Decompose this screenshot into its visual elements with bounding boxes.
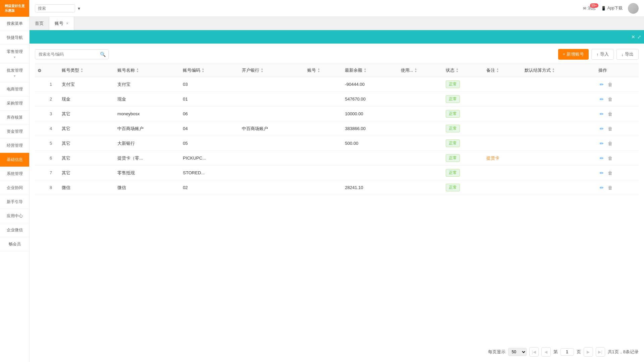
row-account-code: 05 xyxy=(180,136,239,151)
sidebar-item-ops[interactable]: 经营管理 xyxy=(0,139,29,153)
export-icon: ↓ xyxy=(622,52,624,57)
per-page-label: 每页显示 xyxy=(488,349,505,355)
col-account-code[interactable]: 账号编码 ▲▼ xyxy=(180,64,239,77)
sidebar-item-wholesale[interactable]: 批发管理 ▾ xyxy=(0,64,29,82)
col-status[interactable]: 状态 ▲▼ xyxy=(443,64,484,77)
sidebar-item-basic-info[interactable]: 基础信息 xyxy=(0,153,29,167)
sidebar-item-finance[interactable]: 资金管理 xyxy=(0,125,29,139)
edit-button[interactable]: ✏ xyxy=(598,125,605,132)
next-page-button[interactable]: ▶ xyxy=(584,347,593,357)
export-button[interactable]: ↓ 导出 xyxy=(616,49,639,60)
sidebar-item-search-menu[interactable]: 搜索菜单 xyxy=(0,17,29,31)
search-button[interactable]: 🔍 xyxy=(97,50,108,59)
col-account-type[interactable]: 账号类型 ▲▼ xyxy=(59,64,115,77)
top-search-input[interactable] xyxy=(35,4,75,12)
col-note[interactable]: 备注 ▲▼ xyxy=(484,64,522,77)
search-input[interactable] xyxy=(35,50,97,59)
row-account-code: 06 xyxy=(180,107,239,121)
delete-button[interactable]: 🗑 xyxy=(606,184,614,191)
app-logo: 精益堂好生意 乐惠版 xyxy=(0,0,29,17)
col-usage[interactable]: 使用... ▲▼ xyxy=(398,64,443,77)
col-num xyxy=(47,64,59,77)
edit-button[interactable]: ✏ xyxy=(598,140,605,147)
last-page-button[interactable]: ▶| xyxy=(596,347,605,357)
delete-button[interactable]: 🗑 xyxy=(606,140,614,147)
page-input[interactable] xyxy=(560,348,574,356)
sort-icons: ▲▼ xyxy=(202,68,204,73)
user-avatar[interactable] xyxy=(628,3,639,14)
row-account-no xyxy=(305,180,342,195)
edit-button[interactable]: ✏ xyxy=(598,184,605,191)
col-default-settle[interactable]: 默认结算方式 ▲▼ xyxy=(522,64,596,77)
per-page-select[interactable]: 50 20 100 xyxy=(508,348,527,356)
edit-button[interactable]: ✏ xyxy=(598,81,605,88)
sidebar-item-inventory[interactable]: 库存核算 xyxy=(0,111,29,125)
sort-icons: ▲▼ xyxy=(496,68,499,73)
row-default-settle xyxy=(522,180,596,195)
tab-account[interactable]: 账号 × xyxy=(49,17,74,30)
sidebar-item-app-center[interactable]: 应用中心 xyxy=(0,209,29,223)
first-page-button[interactable]: |◀ xyxy=(529,347,539,357)
delete-button[interactable]: 🗑 xyxy=(606,81,614,88)
row-default-settle xyxy=(522,151,596,166)
row-account-type: 其它 xyxy=(59,166,115,180)
message-button[interactable]: ✉ 消息 99+ xyxy=(583,5,596,11)
delete-button[interactable]: 🗑 xyxy=(606,125,614,132)
import-button[interactable]: ↑ 导入 xyxy=(591,49,614,60)
row-account-type: 支付宝 xyxy=(59,77,115,92)
sidebar-item-retail[interactable]: 零售管理 ▾ xyxy=(0,45,29,64)
sidebar-item-member[interactable]: 畅会员 xyxy=(0,237,29,251)
edit-button[interactable]: ✏ xyxy=(598,155,605,162)
prev-page-button[interactable]: ◀ xyxy=(541,347,551,357)
row-account-type: 其它 xyxy=(59,121,115,136)
delete-button[interactable]: 🗑 xyxy=(606,155,614,162)
col-latest-balance[interactable]: 最新余额 ▲▼ xyxy=(342,64,398,77)
edit-button[interactable]: ✏ xyxy=(598,96,605,103)
row-usage xyxy=(398,180,443,195)
col-bank[interactable]: 开户银行 ▲▼ xyxy=(239,64,305,77)
row-note xyxy=(484,180,522,195)
row-latest-balance: -90444.00 xyxy=(342,77,398,92)
row-latest-balance: 500.00 xyxy=(342,136,398,151)
row-account-name: moneybosx xyxy=(115,107,180,121)
settings-icon[interactable]: ⚙ xyxy=(38,68,42,73)
sidebar-item-corp-wechat[interactable]: 企业微信 xyxy=(0,223,29,237)
row-account-name: 中百商场账户 xyxy=(115,121,180,136)
col-account-name[interactable]: 账号名称 ▲▼ xyxy=(115,64,180,77)
row-account-code: 03 xyxy=(180,77,239,92)
tab-close-icon[interactable]: × xyxy=(66,21,68,26)
sidebar-item-enterprise[interactable]: 企业协同 xyxy=(0,181,29,195)
sidebar-item-quick-nav[interactable]: 快捷导航 xyxy=(0,31,29,45)
row-account-code: 02 xyxy=(180,180,239,195)
header-right: ✉ 消息 99+ 📱 App下载 xyxy=(583,3,639,14)
row-account-code: PICKUPC... xyxy=(180,151,239,166)
row-account-code: STORED... xyxy=(180,166,239,180)
row-settings-col xyxy=(35,136,47,151)
tab-home[interactable]: 首页 xyxy=(30,17,49,30)
message-badge: 99+ xyxy=(590,3,598,8)
sidebar-item-ecommerce[interactable]: 电商管理 xyxy=(0,82,29,97)
delete-button[interactable]: 🗑 xyxy=(606,111,614,117)
row-num: 4 xyxy=(47,121,59,136)
row-account-name: 支付宝 xyxy=(115,77,180,92)
sidebar-item-system[interactable]: 系统管理 xyxy=(0,167,29,181)
close-window-icon[interactable]: ✕ xyxy=(631,34,635,40)
tab-bar: 首页 账号 × xyxy=(30,17,644,30)
sidebar-item-purchase[interactable]: 采购管理 xyxy=(0,97,29,111)
edit-button[interactable]: ✏ xyxy=(598,111,605,117)
delete-button[interactable]: 🗑 xyxy=(606,96,614,103)
row-status: 正常 xyxy=(443,136,484,151)
col-account-name-label: 账号名称 xyxy=(117,67,135,73)
sidebar-item-guide[interactable]: 新手引导 xyxy=(0,195,29,209)
accounts-table: ⚙ 账号类型 ▲▼ 账号名称 ▲▼ xyxy=(35,64,639,195)
page-suffix: 页 xyxy=(577,349,581,355)
row-default-settle xyxy=(522,107,596,121)
maximize-window-icon[interactable]: ⤢ xyxy=(637,34,641,40)
sidebar-item-label: 库存核算 xyxy=(3,115,26,120)
app-download-button[interactable]: 📱 App下载 xyxy=(601,5,623,11)
col-account-no[interactable]: 账号 ▲▼ xyxy=(305,64,342,77)
edit-button[interactable]: ✏ xyxy=(598,170,605,176)
add-account-button[interactable]: + 新增账号 xyxy=(558,49,589,60)
dropdown-button[interactable]: ▾ xyxy=(78,6,80,11)
delete-button[interactable]: 🗑 xyxy=(606,170,614,176)
